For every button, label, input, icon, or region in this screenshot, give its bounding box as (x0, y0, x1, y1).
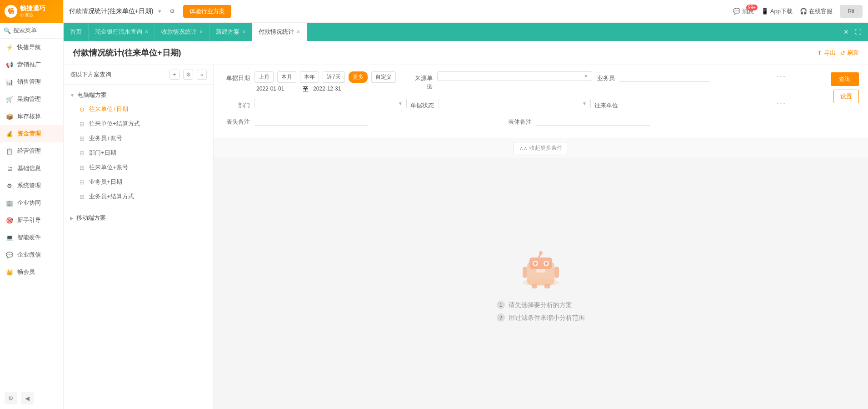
date-separator: 至 (303, 85, 309, 93)
date-custom-btn[interactable]: 自定义 (371, 71, 396, 83)
close-icon[interactable]: × (200, 29, 203, 35)
empty-state: 1 请先选择要分析的方案 2 用过滤条件来缩小分析范围 (214, 158, 868, 409)
sidebar-settings-btn[interactable]: ⚙ (5, 392, 17, 404)
app-icon: 📱 (761, 8, 768, 15)
sidebar-collapse-btn[interactable]: ◀ (21, 392, 34, 404)
scheme-add-btn[interactable]: + (170, 70, 180, 80)
filter-status-select[interactable]: ▼ (439, 99, 591, 108)
app-download-item[interactable]: 📱 App下载 (761, 7, 793, 15)
date-more-btn[interactable]: 更多 (349, 71, 368, 83)
counterpart-more-btn[interactable]: ··· (777, 99, 786, 108)
refresh-button[interactable]: ↺ 刷新 (840, 49, 859, 57)
sidebar-item-purchase[interactable]: 🛒采购管理 (0, 91, 63, 108)
date-this-month-btn[interactable]: 本月 (277, 71, 296, 83)
scheme-item-counterpart-date[interactable]: ⊙往来单位+日期 (64, 102, 213, 116)
topbar-settings-icon[interactable]: ⚙ (166, 5, 179, 18)
scheme-item-counterpart-account[interactable]: ⊞往来单位+账号 (64, 160, 213, 175)
sidebar-item-system[interactable]: ⚙系统管理 (0, 177, 63, 194)
date-end-input[interactable] (311, 85, 357, 93)
page-actions: ⬆ 导出 ↺ 刷新 (817, 49, 859, 57)
collapse-bar: ∧∧ 收起更多条件 (214, 138, 868, 158)
online-service-item[interactable]: 🎧 在线客服 (800, 7, 833, 15)
scheme-settings-btn[interactable]: ⚙ (183, 70, 193, 80)
sidebar-footer: ⚙ ◀ (0, 387, 63, 409)
filter-settings-button[interactable]: 设置 (833, 90, 859, 103)
sidebar-item-inventory[interactable]: 📦库存核算 (0, 108, 63, 125)
scheme-mobile-group-title[interactable]: ▶ 移动端方案 (64, 211, 213, 225)
tab-payment-stats[interactable]: 付款情况统计× (252, 23, 307, 41)
scheme-item-salesperson-account[interactable]: ⊞业务员+账号 (64, 131, 213, 146)
sidebar-item-wechat[interactable]: 💬企业微信 (0, 246, 63, 263)
hardware-icon: 💻 (5, 233, 14, 242)
sidebar-item-operations[interactable]: 📋经营管理 (0, 142, 63, 160)
filter-dept-select[interactable]: ▼ (254, 99, 407, 108)
quick-nav-icon: ⚡ (5, 43, 14, 51)
date-this-year-btn[interactable]: 本年 (300, 71, 319, 83)
scheme-header-icons: + ⚙ « (170, 70, 207, 80)
desktop-group-label: 电脑端方案 (77, 91, 107, 99)
sidebar-item-guide[interactable]: 🎯新手引导 (0, 212, 63, 229)
user-avatar[interactable]: Rit (840, 5, 863, 18)
svg-point-6 (545, 262, 548, 265)
sidebar-item-hardware[interactable]: 💻智能硬件 (0, 229, 63, 246)
tab-label: 首页 (70, 28, 82, 36)
close-icon[interactable]: × (297, 29, 300, 35)
close-icon[interactable]: × (145, 29, 148, 35)
date-start-input[interactable] (254, 85, 300, 93)
salesperson-more-btn[interactable]: ··· (777, 71, 786, 81)
trial-button[interactable]: 体验行业方案 (183, 5, 231, 18)
sidebar-item-basic[interactable]: 🗂基础信息 (0, 160, 63, 177)
scheme-desktop-group-title[interactable]: ▼ 电脑端方案 (64, 88, 213, 102)
tab-collection-stats[interactable]: 收款情况统计× (155, 23, 210, 41)
collapse-button[interactable]: ∧∧ 收起更多条件 (514, 142, 568, 154)
tab-cash-flow[interactable]: 现金银行流水查询× (89, 23, 155, 41)
svg-rect-9 (554, 267, 559, 278)
online-service-label: 在线客服 (809, 7, 833, 15)
collapse-up-icon: ∧∧ (519, 145, 528, 151)
tab-new-plan[interactable]: 新建方案× (210, 23, 252, 41)
scheme-collapse-btn[interactable]: « (197, 70, 207, 80)
sidebar-item-finance[interactable]: 💰资金管理 (0, 125, 63, 142)
scheme-item-icon: ⊞ (78, 164, 85, 171)
filter-date-label: 单据日期 (223, 71, 254, 82)
sidebar-item-sales[interactable]: 📊销售管理 (0, 73, 63, 91)
scheme-item-salesperson-date[interactable]: ⊞业务员+日期 (64, 175, 213, 189)
filter-counterpart-input[interactable] (623, 99, 713, 109)
query-button[interactable]: 查询 (831, 72, 859, 86)
filter-body-note-input[interactable] (536, 115, 650, 126)
filter-row-3: 表头备注 表体备注 (223, 115, 786, 126)
tab-home[interactable]: 首页 (64, 23, 89, 41)
expand-tabs-btn[interactable]: ⛶ (853, 26, 863, 37)
filter-row-1: 单据日期 上月 本月 本年 近7天 更多 自定义 (223, 71, 786, 93)
date-last-month-btn[interactable]: 上月 (254, 71, 274, 83)
mobile-arrow-icon: ▶ (70, 216, 74, 221)
tab-label: 付款情况统计 (259, 28, 294, 36)
scheme-item-dept-date[interactable]: ⊞部门+日期 (64, 146, 213, 160)
svg-rect-10 (532, 284, 537, 288)
sidebar-search[interactable]: 🔍 搜索菜单 (0, 23, 63, 39)
export-button[interactable]: ⬆ 导出 (817, 49, 836, 57)
scheme-item-counterpart-settlement[interactable]: ⊞往来单位+结算方式 (64, 116, 213, 131)
marketing-icon: 📢 (5, 61, 14, 69)
filter-salesperson-input[interactable] (619, 71, 710, 82)
topbar-arrow: ▾ (158, 8, 161, 15)
filter-header-note-input[interactable] (254, 115, 368, 126)
sidebar-item-marketing[interactable]: 📢营销推广 (0, 56, 63, 73)
export-icon: ⬆ (817, 50, 822, 56)
operations-icon: 📋 (5, 147, 14, 155)
sidebar-item-member[interactable]: 👑畅会员 (0, 263, 63, 281)
close-all-tabs-btn[interactable]: ✕ (841, 26, 852, 37)
sidebar-item-enterprise[interactable]: 🏢企业协同 (0, 194, 63, 212)
sidebar-item-quick-nav[interactable]: ⚡快捷导航 (0, 39, 63, 56)
filter-source-select[interactable]: ▼ (437, 71, 593, 81)
scheme-item-salesperson-settlement[interactable]: ⊞业务员+结算方式 (64, 189, 213, 204)
date-7days-btn[interactable]: 近7天 (323, 71, 345, 83)
close-icon[interactable]: × (242, 29, 245, 35)
svg-rect-11 (544, 284, 550, 288)
filter-area: 单据日期 上月 本月 本年 近7天 更多 自定义 (214, 65, 868, 138)
message-item[interactable]: 💬 消息 99+ (733, 7, 754, 15)
guide-icon: 🎯 (5, 216, 14, 224)
brand-icon: 畅 (5, 5, 17, 18)
source-select-arrow: ▼ (584, 74, 588, 79)
page-header: 付款情况统计(往来单位+日期) ⬆ 导出 ↺ 刷新 (64, 41, 868, 65)
